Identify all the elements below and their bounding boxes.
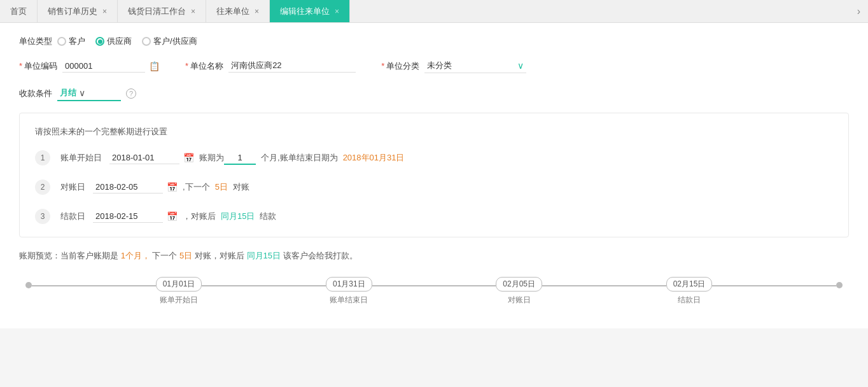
period-field-label-2: 对账日 [60, 181, 85, 193]
radio-supplier-circle [95, 37, 104, 46]
period-cal-icon-1[interactable]: 📅 [183, 153, 194, 163]
radio-customer-label: 客户 [69, 36, 85, 47]
preview-highlight3: 同月15日 [247, 251, 281, 260]
unit-code-input[interactable] [62, 60, 145, 73]
timeline-bubble-1: 01月01日 [156, 277, 202, 292]
period-months-input[interactable] [224, 151, 256, 165]
timeline-label-4: 结款日 [678, 295, 701, 306]
period-field-label-1: 账单开始日 [60, 152, 102, 164]
radio-both-circle [142, 37, 151, 46]
unit-type-row: 单位类型 客户 供应商 客户/供应商 [19, 36, 849, 47]
tab-cash-work-label: 钱货日清工作台 [128, 6, 186, 17]
period-row-1: 1 账单开始日 📅 账期为 个月,账单结束日期为 2018年01月31日 [35, 150, 833, 165]
unit-category-label: 单位分类 [386, 60, 419, 72]
unit-name-star: * [185, 61, 188, 71]
period-num-2: 2 [35, 179, 50, 195]
period-title: 请按照未来的一个完整帐期进行设置 [35, 126, 833, 137]
payment-condition-select[interactable]: 月结 ∨ [57, 86, 121, 101]
timeline: 01月01日 账单开始日 01月31日 账单结束日 02月05日 对账日 02月… [19, 277, 849, 306]
period-end-date: 2018年01月31日 [343, 152, 405, 164]
tab-cash-work[interactable]: 钱货日清工作台 × [118, 0, 206, 22]
payment-condition-value: 月结 [60, 87, 76, 99]
tab-sales-history[interactable]: 销售订单历史 × [38, 0, 118, 22]
timeline-seg-3 [542, 285, 666, 286]
tab-home-label: 首页 [10, 6, 27, 17]
tab-partner-close[interactable]: × [255, 7, 259, 16]
timeline-node-2: 01月31日 账单结束日 [326, 277, 372, 306]
period-cal-icon-3[interactable]: 📅 [167, 211, 178, 222]
unit-code-star: * [19, 61, 22, 71]
preview-highlight1: 1个月， [121, 251, 150, 260]
tab-more-button[interactable]: › [850, 0, 868, 22]
timeline-bubble-3: 02月05日 [496, 277, 542, 292]
radio-both-label: 客户/供应商 [153, 36, 197, 47]
payment-condition-label: 收款条件 [19, 88, 52, 99]
radio-both[interactable]: 客户/供应商 [142, 36, 197, 47]
period-date-input-1[interactable] [109, 151, 179, 164]
tab-edit-partner-close[interactable]: × [335, 7, 339, 16]
period-settings-box: 请按照未来的一个完整帐期进行设置 1 账单开始日 📅 账期为 个月,账单结束日期… [19, 113, 849, 237]
unit-code-label: 单位编码 [24, 60, 57, 72]
period-desc-3b: 同月15日 [221, 211, 255, 222]
unit-type-label: 单位类型 [19, 36, 52, 47]
payment-help-icon[interactable]: ? [126, 88, 136, 99]
period-desc-3c: 结款 [260, 211, 276, 222]
timeline-bubble-4: 02月15日 [666, 277, 713, 292]
tab-sales-history-close[interactable]: × [102, 7, 107, 16]
period-desc-2a: ,下一个 [183, 181, 210, 193]
preview-highlight2: 5日 [179, 251, 192, 260]
preview-suffix: 该客户会给我打款。 [283, 251, 358, 260]
preview-mid1: 下一个 [152, 251, 177, 260]
timeline-label-3: 对账日 [508, 295, 531, 306]
timeline-label-2: 账单结束日 [330, 295, 368, 306]
preview-section: 账期预览：当前客户账期是 1个月， 下一个 5日 对账，对账后 同月15日 该客… [19, 250, 849, 316]
timeline-node-3: 02月05日 对账日 [496, 277, 542, 306]
period-date-input-3[interactable] [93, 210, 163, 223]
main-content: 单位类型 客户 供应商 客户/供应商 * 单位编码 📋 * 单位名称 [0, 23, 868, 328]
timeline-end-dot [836, 282, 843, 288]
timeline-bubble-2: 01月31日 [326, 277, 372, 292]
preview-mid2: 对账，对账后 [195, 251, 244, 260]
unit-category-star: * [381, 61, 384, 71]
unit-category-arrow: ∨ [517, 60, 524, 71]
timeline-seg-0 [32, 285, 156, 286]
period-desc-1b: 个月,账单结束日期为 [261, 152, 338, 164]
unit-code-field: * 单位编码 📋 [19, 60, 160, 73]
radio-supplier[interactable]: 供应商 [95, 36, 132, 47]
period-desc-3a: ，对账后 [183, 211, 216, 222]
tab-cash-work-close[interactable]: × [191, 7, 195, 16]
period-desc-1a: 账期为 [199, 152, 224, 164]
tab-home[interactable]: 首页 [0, 0, 38, 22]
radio-customer-circle [57, 37, 66, 46]
payment-condition-row: 收款条件 月结 ∨ ? [19, 86, 849, 101]
unit-name-field: * 单位名称 [185, 60, 356, 73]
unit-name-label: 单位名称 [190, 60, 223, 72]
radio-supplier-label: 供应商 [107, 36, 132, 47]
period-date-input-2[interactable] [93, 181, 163, 194]
period-row-3: 3 结款日 📅 ，对账后 同月15日 结款 [35, 209, 833, 224]
tab-partner[interactable]: 往来单位 × [206, 0, 270, 22]
tab-edit-partner-label: 编辑往来单位 [280, 6, 330, 17]
timeline-seg-1 [202, 285, 326, 286]
radio-customer[interactable]: 客户 [57, 36, 85, 47]
timeline-seg-4 [712, 285, 836, 286]
period-desc-2b: 5日 [215, 181, 228, 193]
timeline-seg-2 [372, 285, 496, 286]
preview-text: 账期预览：当前客户账期是 1个月， 下一个 5日 对账，对账后 同月15日 该客… [19, 250, 849, 262]
preview-prefix: 账期预览：当前客户账期是 [19, 251, 118, 260]
unit-code-icon[interactable]: 📋 [149, 61, 160, 71]
period-num-3: 3 [35, 209, 50, 224]
period-num-1: 1 [35, 150, 50, 165]
unit-name-input[interactable] [228, 60, 356, 73]
unit-category-select[interactable]: 未分类 ∨ [424, 59, 526, 73]
tab-bar: 首页 销售订单历史 × 钱货日清工作台 × 往来单位 × 编辑往来单位 × › [0, 0, 868, 23]
timeline-label-1: 账单开始日 [160, 295, 198, 306]
period-desc-2c: 对账 [233, 181, 249, 193]
timeline-start-dot [25, 282, 32, 288]
period-cal-icon-2[interactable]: 📅 [167, 182, 178, 192]
period-field-label-3: 结款日 [60, 211, 85, 222]
unit-category-value: 未分类 [427, 60, 515, 71]
payment-condition-arrow: ∨ [79, 88, 85, 98]
tab-edit-partner[interactable]: 编辑往来单位 × [270, 0, 350, 22]
timeline-node-4: 02月15日 结款日 [666, 277, 713, 306]
